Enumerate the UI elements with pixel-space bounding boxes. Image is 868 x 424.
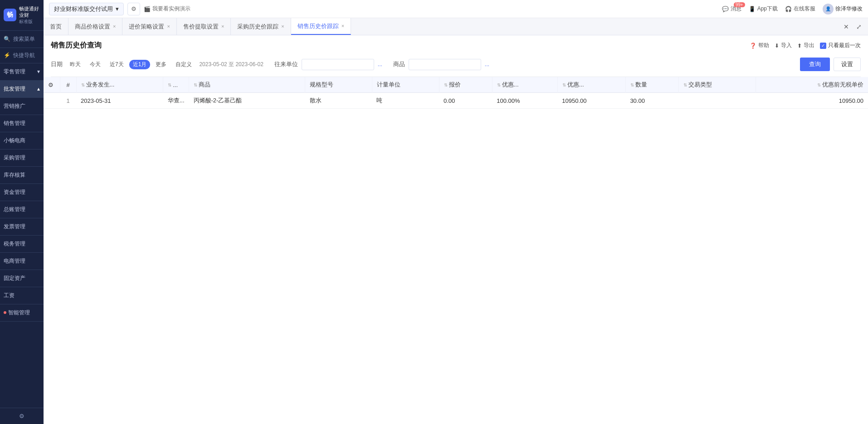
sidebar-item-tax-label: 税务管理 [4,240,25,248]
sidebar-item-wholesale-label: 批发管理 [4,85,25,93]
app-download-button[interactable]: 📱 App下载 [749,5,778,13]
sort-icon: ⇅ [168,82,171,87]
topbar-right: 💬 消息 99+ 📱 App下载 🎧 在线客服 👤 徐泽华修改 [722,4,863,14]
tabbar: 首页 商品价格设置 × 进价策略设置 × 售价提取设置 × 采购历史价跟踪 × … [44,18,868,35]
sidebar-item-wholesale[interactable]: 批发管理 ▴ [0,81,44,98]
sidebar-item-account[interactable]: 总账管理 [0,201,44,218]
message-icon: 💬 [722,6,729,12]
product-input[interactable] [409,59,481,70]
settings-button[interactable]: 设置 [834,58,861,71]
th-trade-type[interactable]: ⇅ 交易类型 [679,77,756,93]
source-filter-label: 往来单位 [274,60,298,68]
tab-close-window[interactable]: ✕ [841,21,852,32]
sidebar-item-tax[interactable]: 税务管理 [0,236,44,253]
tab-product-price-close[interactable]: × [113,24,116,29]
sidebar-item-invoice-label: 发票管理 [4,223,25,231]
th-discount-amt[interactable]: ⇅ 优惠... [557,77,625,93]
sidebar-item-inventory-label: 库存核算 [4,171,25,179]
date-option-custom[interactable]: 自定义 [172,60,195,69]
import-button[interactable]: ⬇ 导入 [775,42,792,49]
th-more[interactable]: ⇅ ... [163,77,189,93]
row-discount-pct: 100.00% [492,93,557,109]
th-discount-pct[interactable]: ⇅ 优惠... [492,77,557,93]
sidebar-search[interactable]: 🔍 搜索菜单 [0,31,44,48]
tab-price-extract[interactable]: 售价提取设置 × [177,18,231,35]
online-service-button[interactable]: 🎧 在线客服 [785,5,815,13]
sidebar-item-purchase[interactable]: 采购管理 [0,149,44,167]
date-option-more[interactable]: 更多 [152,60,170,69]
sidebar-item-retail-label: 零售管理 [4,68,25,76]
sidebar-item-assets[interactable]: 固定资产 [0,270,44,287]
tab-maximize[interactable]: ⤢ [853,21,864,32]
th-pre-tax-price[interactable]: ⇅ 优惠前无税单价 [756,77,868,93]
tab-purchase-strategy-close[interactable]: × [167,24,170,29]
product-more-button[interactable]: ... [485,61,489,67]
sidebar-quicknav[interactable]: ⚡ 快捷导航 [0,48,44,63]
tab-sales-history-close[interactable]: × [341,24,344,29]
sort-icon: ⇅ [562,82,566,87]
headset-icon: 🎧 [785,6,792,12]
module-selector[interactable]: 好业财标准版交付试用 ▾ [49,3,124,15]
import-icon: ⬇ [775,43,779,49]
row-more: 华查... [163,93,189,109]
sidebar-item-account-label: 总账管理 [4,206,25,213]
sidebar-item-retail[interactable]: 零售管理 ▾ [0,63,44,81]
row-biz-date: 2023-05-31 [76,93,163,109]
tab-home[interactable]: 首页 [44,18,68,35]
tab-purchase-strategy[interactable]: 进价策略设置 × [122,18,176,35]
tab-purchase-history-close[interactable]: × [281,24,284,29]
sidebar-item-ecom[interactable]: 电商管理 [0,253,44,270]
source-input[interactable] [302,59,374,70]
sidebar: 畅 畅捷通好业财 标准版 🔍 搜索菜单 ⚡ 快捷导航 零售管理 ▾ 批发管理 ▴… [0,0,44,424]
sidebar-item-invoice[interactable]: 发票管理 [0,218,44,236]
gear-icon: ⚙ [19,413,24,419]
tab-sales-history[interactable]: 销售历史价跟踪 × [291,18,351,35]
th-product[interactable]: ⇅ 商品 [189,77,305,93]
source-more-button[interactable]: ... [378,61,382,67]
th-biz-date[interactable]: ⇅ 业务发生... [76,77,163,93]
row-unit: 吨 [372,93,439,109]
date-option-today[interactable]: 今天 [86,60,104,69]
settings-icon: ⚙ [48,82,54,88]
user-menu[interactable]: 👤 徐泽华修改 [823,4,863,14]
page-title: 销售历史价查询 [51,41,102,50]
th-list-price[interactable]: ⇅ 报价 [439,77,492,93]
view-last-checkbox[interactable]: ✓ 只看最后一次 [820,42,861,49]
messages-badge: 99+ [734,2,745,7]
chevron-up-icon: ▴ [37,86,40,92]
sidebar-item-finance[interactable]: 资金管理 [0,184,44,201]
export-icon: ⬆ [797,43,802,49]
sidebar-item-marketing[interactable]: 营销推广 [0,98,44,115]
date-option-7days[interactable]: 近7天 [106,60,127,69]
messages-button[interactable]: 💬 消息 99+ [722,5,741,13]
chevron-down-icon: ▾ [116,5,119,12]
date-option-yesterday[interactable]: 昨天 [66,60,84,69]
content-area: 销售历史价查询 ❓ 帮助 ⬇ 导入 ⬆ 导出 ✓ 只看最后一次 [44,35,868,424]
sidebar-item-smart[interactable]: 智能管理 [0,304,44,322]
sidebar-item-inventory[interactable]: 库存核算 [0,167,44,184]
sidebar-item-salary[interactable]: 工资 [0,287,44,304]
sidebar-item-sales[interactable]: 销售管理 [0,115,44,132]
th-spec: 规格型号 [305,77,372,93]
demo-button[interactable]: 🎬 我要看实例演示 [144,5,190,13]
sidebar-settings-button[interactable]: ⚙ [0,408,44,424]
tab-product-price[interactable]: 商品价格设置 × [68,18,122,35]
date-option-1month[interactable]: 近1月 [129,60,151,69]
query-button[interactable]: 查询 [800,58,830,71]
sidebar-item-sales-label: 销售管理 [4,120,25,127]
th-settings[interactable]: ⚙ [44,77,60,93]
th-qty[interactable]: ⇅ 数量 [625,77,678,93]
tab-price-extract-close[interactable]: × [221,24,224,29]
sidebar-item-ecom-small-label: 小畅电商 [4,137,25,145]
sidebar-item-finance-label: 资金管理 [4,188,25,196]
row-discount-amt: 10950.00 [557,93,625,109]
help-button[interactable]: ❓ 帮助 [750,42,769,49]
export-button[interactable]: ⬆ 导出 [797,42,814,49]
sidebar-item-purchase-label: 采购管理 [4,154,25,162]
th-num: # [60,77,76,93]
row-num: 1 [60,93,76,109]
date-filter-group: 日期 昨天 今天 近7天 近1月 更多 自定义 2023-05-02 至 202… [51,60,263,69]
sidebar-item-ecom-small[interactable]: 小畅电商 [0,132,44,149]
tab-purchase-history[interactable]: 采购历史价跟踪 × [231,18,291,35]
topbar-settings-button[interactable]: ⚙ [127,3,140,15]
